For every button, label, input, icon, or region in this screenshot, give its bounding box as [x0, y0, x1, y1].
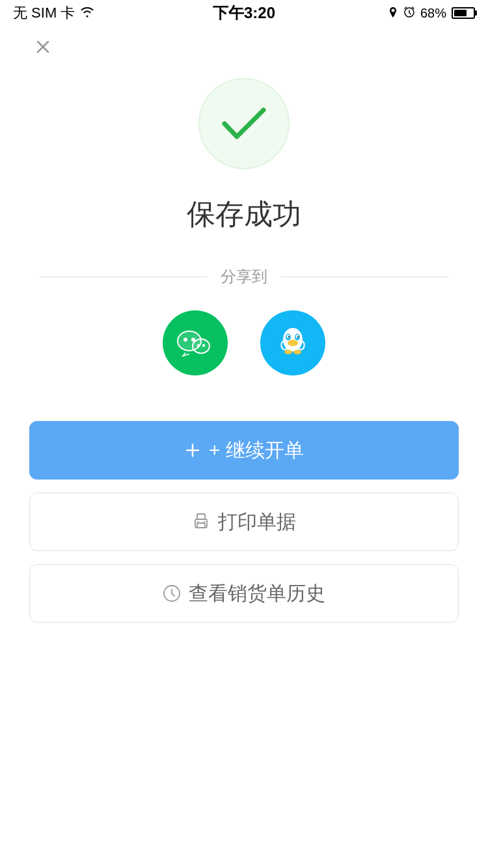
- svg-point-17: [297, 336, 299, 337]
- svg-point-9: [197, 344, 200, 347]
- svg-point-22: [293, 350, 301, 355]
- print-icon: [192, 513, 210, 530]
- share-label: 分享到: [208, 266, 280, 287]
- success-title: 保存成功: [187, 195, 301, 234]
- svg-point-10: [202, 344, 205, 347]
- divider-line-left: [39, 277, 208, 277]
- share-icons: [163, 310, 325, 375]
- svg-point-18: [288, 340, 298, 346]
- svg-point-21: [284, 350, 292, 355]
- print-label: 打印单据: [218, 509, 296, 536]
- alarm-icon: [403, 6, 415, 21]
- share-divider: 分享到: [0, 266, 488, 287]
- main-content: 保存成功 分享到: [0, 26, 488, 623]
- success-circle: [198, 78, 290, 169]
- continue-order-label: + 继续开单: [209, 437, 304, 464]
- status-left: 无 SIM 卡: [13, 3, 94, 23]
- divider-line-right: [280, 277, 449, 277]
- no-sim-text: 无 SIM 卡: [13, 3, 75, 23]
- battery-percent: 68%: [420, 6, 446, 21]
- svg-point-5: [183, 338, 187, 342]
- svg-rect-24: [197, 514, 205, 519]
- view-history-button[interactable]: 查看销货单历史: [29, 564, 459, 623]
- print-button[interactable]: 打印单据: [29, 493, 459, 551]
- action-buttons: + 继续开单 打印单据 查看销货单历史: [29, 421, 459, 623]
- plus-icon: [184, 442, 201, 459]
- wifi-icon: [80, 5, 94, 21]
- close-button[interactable]: [29, 33, 57, 61]
- svg-point-16: [288, 336, 290, 337]
- svg-rect-25: [197, 523, 205, 528]
- qq-share-button[interactable]: [260, 310, 325, 375]
- wechat-share-button[interactable]: [163, 310, 228, 375]
- location-icon: [388, 6, 398, 21]
- continue-order-button[interactable]: + 继续开单: [29, 421, 459, 480]
- status-time: 下午3:20: [213, 3, 275, 23]
- battery-icon: [452, 7, 475, 19]
- svg-point-8: [193, 339, 210, 353]
- status-right: 68%: [388, 6, 475, 21]
- status-bar: 无 SIM 卡 下午3:20 68%: [0, 0, 488, 26]
- view-history-label: 查看销货单历史: [189, 580, 325, 607]
- history-icon: [163, 584, 181, 603]
